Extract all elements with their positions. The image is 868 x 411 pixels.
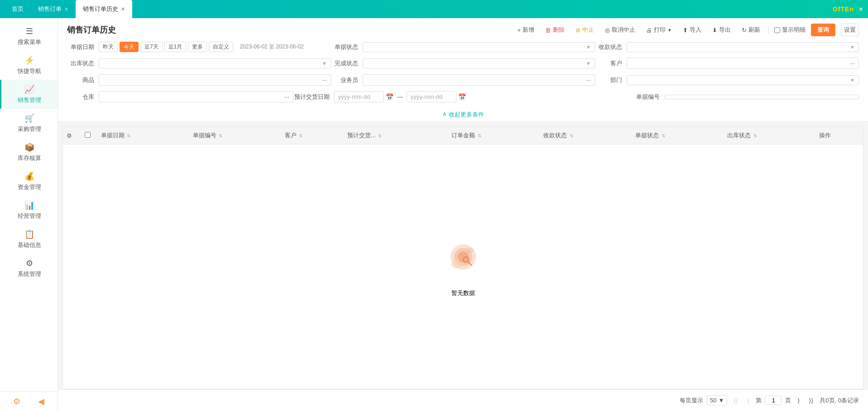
settings-bottom-icon[interactable]: ⚙ [13, 396, 20, 406]
collapse-sidebar-icon[interactable]: ◀ [38, 396, 44, 406]
date-range-text: 2023-06-02 至 2023-06-02 [240, 43, 303, 51]
sidebar-item-finance[interactable]: 💰 资金管理 [0, 167, 58, 196]
date-btn-more[interactable]: 更多 [188, 42, 207, 52]
warehouse-picker-btn[interactable]: ··· [284, 93, 289, 100]
search-menu-icon: ☰ [26, 26, 33, 36]
print-button[interactable]: 🖨 打印 ▼ [643, 24, 675, 36]
receipt-status-label: 收款状态 [595, 43, 627, 51]
tab-sales-order-history[interactable]: 销售订单历史 ✕ [76, 0, 132, 18]
sidebar-item-search[interactable]: ☰ 搜索菜单 [0, 22, 58, 51]
customer-picker-btn[interactable]: ··· [850, 60, 855, 67]
sidebar-purchase-label: 采购管理 [18, 125, 41, 133]
sidebar-quick-nav-label: 快捷导航 [18, 67, 41, 75]
display-columns-toggle[interactable]: 显示明细 [774, 26, 806, 34]
tab-sales-order-history-label: 销售订单历史 [83, 5, 118, 13]
delivery-date-from-input[interactable]: yyyy-mm-dd [334, 91, 384, 102]
col-delivery-sort[interactable]: ⇅ [378, 133, 382, 138]
add-button[interactable]: + 新增 [515, 24, 537, 36]
export-button[interactable]: ⬇ 导出 [710, 24, 734, 36]
sidebar-inventory-label: 库存核算 [18, 154, 41, 162]
stop-button[interactable]: ⊘ 中止 [573, 24, 597, 36]
dept-select[interactable]: ▼ [627, 75, 859, 85]
collapse-row[interactable]: ∧ 收起更多条件 [67, 108, 859, 121]
tab-sales-order-close[interactable]: ✕ [64, 6, 68, 12]
page-input[interactable] [765, 396, 782, 405]
refresh-button[interactable]: ↻ 刷新 [739, 24, 763, 36]
filter-cell-receipt-status: 收款状态 ▼ [595, 42, 859, 52]
delivery-date-label: 预计交货日期 [293, 93, 334, 101]
stop-icon: ⊘ [575, 27, 580, 34]
query-button[interactable]: 查询 [811, 24, 835, 36]
date-separator: — [395, 93, 405, 100]
per-page-select[interactable]: 50 ▼ [707, 395, 727, 406]
bill-status-label: 单据状态 [331, 43, 363, 51]
last-page-btn[interactable]: ⟩⟩ [806, 396, 816, 406]
col-receipt-status-label: 收款状态 [543, 132, 567, 139]
filter-cell-bill-no: 单据编号 [633, 93, 859, 101]
bill-status-select[interactable]: ▼ [363, 42, 595, 52]
settings-button[interactable]: 设置 [841, 24, 859, 36]
basic-info-icon: 📋 [24, 229, 34, 239]
col-bill-no-sort[interactable]: ⇅ [219, 133, 222, 138]
first-page-btn[interactable]: ⟨⟨ [731, 396, 741, 406]
display-columns-checkbox[interactable] [774, 27, 780, 33]
top-bar: 首页 销售订单 ✕ 销售订单历史 ✕ OfTEn ✕ [0, 0, 868, 18]
add-icon: + [518, 27, 521, 34]
tab-sales-order-label: 销售订单 [38, 5, 62, 13]
filter-cell-customer: 客户 ··· [595, 58, 859, 69]
sidebar-item-system[interactable]: ⚙ 系统管理 [0, 254, 58, 283]
sidebar-finance-label: 资金管理 [18, 183, 41, 191]
col-date-sort[interactable]: ⇅ [127, 133, 130, 138]
next-page-btn[interactable]: ⟩ [795, 396, 802, 406]
date-btn-7days[interactable]: 近7天 [140, 42, 163, 52]
cal-icon-to[interactable]: 📅 [458, 93, 466, 101]
settings-col-icon[interactable]: ⚙ [67, 132, 72, 139]
refresh-label: 刷新 [748, 26, 760, 34]
top-bar-close-icon[interactable]: ✕ [858, 6, 863, 13]
complete-status-select[interactable]: ▼ [363, 58, 595, 68]
out-status-select[interactable]: ▼ [99, 58, 331, 68]
import-button[interactable]: ⬆ 导入 [680, 24, 704, 36]
cal-icon-from[interactable]: 📅 [386, 93, 393, 101]
tab-sales-order[interactable]: 销售订单 ✕ [31, 0, 76, 18]
col-amount-sort[interactable]: ⇅ [478, 133, 481, 138]
date-btn-1month[interactable]: 近1月 [164, 42, 187, 52]
export-icon: ⬇ [712, 27, 717, 34]
sidebar-item-quick-nav[interactable]: ⚡ 快捷导航 [0, 51, 58, 80]
sidebar-item-sales[interactable]: 📈 销售管理 [0, 80, 58, 109]
col-delivery-label: 预计交货... [347, 132, 376, 139]
sidebar-item-operations[interactable]: 📊 经营管理 [0, 196, 58, 225]
col-action-label: 操作 [819, 132, 831, 139]
cancel-stop-button[interactable]: ◎ 取消中止 [602, 24, 638, 36]
col-out-status: 出库状态 ⇅ [724, 127, 815, 145]
receipt-status-select[interactable]: ▼ [627, 42, 859, 52]
stop-label: 中止 [582, 26, 594, 34]
sidebar-item-basic-info[interactable]: 📋 基础信息 [0, 225, 58, 254]
sidebar-item-inventory[interactable]: 📦 库存核算 [0, 138, 58, 167]
inventory-icon: 📦 [24, 142, 34, 152]
date-btn-yesterday[interactable]: 昨天 [99, 42, 118, 52]
prev-page-btn[interactable]: ⟨ [744, 396, 752, 406]
col-receipt-sort[interactable]: ⇅ [570, 133, 573, 138]
add-label: 新增 [523, 26, 534, 34]
date-btn-today[interactable]: 今天 [120, 42, 139, 52]
col-action: 操作 [815, 127, 863, 145]
sidebar-item-purchase[interactable]: 🛒 采购管理 [0, 109, 58, 138]
goods-picker-btn[interactable]: ··· [322, 77, 327, 83]
salesperson-label: 业务员 [331, 76, 363, 84]
out-status-label: 出库状态 [67, 59, 99, 68]
export-label: 导出 [719, 26, 731, 34]
date-btn-custom[interactable]: 自定义 [209, 42, 233, 52]
delete-label: 删除 [553, 26, 565, 34]
col-delivery: 预计交货... ⇅ [344, 127, 448, 145]
salesperson-picker-btn[interactable]: ··· [586, 77, 591, 83]
col-out-status-sort[interactable]: ⇅ [753, 133, 757, 138]
print-icon: 🖨 [646, 27, 652, 34]
col-bill-status-sort[interactable]: ⇅ [662, 133, 665, 138]
tab-home[interactable]: 首页 [5, 0, 31, 18]
delete-button[interactable]: 🗑 删除 [542, 24, 567, 36]
delivery-date-to-input[interactable]: yyyy-mm-dd [407, 91, 456, 102]
select-all-checkbox[interactable] [85, 132, 91, 138]
col-customer-sort[interactable]: ⇅ [299, 133, 302, 138]
tab-sales-order-history-close[interactable]: ✕ [121, 6, 125, 12]
